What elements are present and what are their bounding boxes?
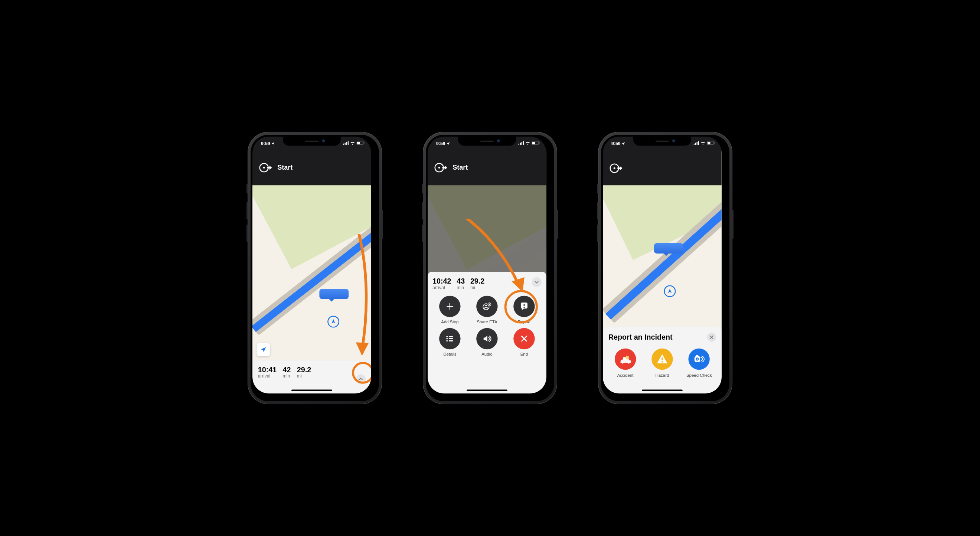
status-time-text: 9:59 bbox=[611, 141, 620, 146]
eta-arrival-label: arrival bbox=[258, 374, 277, 379]
current-location-puck bbox=[664, 285, 676, 297]
svg-rect-6 bbox=[364, 143, 364, 144]
home-indicator[interactable] bbox=[467, 390, 508, 391]
status-time-text: 9:59 bbox=[436, 141, 445, 146]
details-label: Details bbox=[443, 352, 456, 357]
svg-rect-1 bbox=[345, 143, 345, 145]
report-action[interactable]: Report bbox=[507, 296, 541, 324]
status-time: 9:59 bbox=[261, 141, 275, 146]
wifi-icon bbox=[700, 141, 705, 145]
expand-panel-button[interactable] bbox=[356, 374, 366, 384]
current-location-puck bbox=[328, 315, 340, 328]
hazard-label: Hazard bbox=[655, 373, 669, 377]
audio-action[interactable]: Audio bbox=[469, 328, 504, 357]
eta-arrival: 10:42 arrival bbox=[433, 277, 451, 290]
report-hazard[interactable]: Hazard bbox=[645, 348, 679, 378]
eta-duration-label: min bbox=[283, 374, 291, 379]
svg-point-24 bbox=[446, 336, 448, 337]
route-callout[interactable] bbox=[654, 243, 683, 253]
location-arrow-icon bbox=[622, 142, 625, 145]
report-panel-title: Report an Incident bbox=[608, 333, 673, 342]
eta-distance-label: mi bbox=[297, 374, 311, 379]
svg-rect-2 bbox=[346, 142, 347, 145]
svg-rect-11 bbox=[520, 143, 521, 145]
phone-frame-2: 9:59 Start 10:42 arrival 4 bbox=[423, 132, 557, 404]
svg-rect-15 bbox=[532, 142, 535, 145]
accident-icon bbox=[619, 352, 632, 366]
svg-rect-13 bbox=[523, 141, 524, 145]
route-callout[interactable] bbox=[320, 289, 349, 299]
svg-rect-22 bbox=[524, 304, 525, 306]
svg-rect-3 bbox=[348, 141, 348, 145]
battery-icon bbox=[532, 141, 540, 145]
eta-duration-value: 43 bbox=[457, 277, 465, 285]
speaker-icon bbox=[482, 334, 492, 344]
eta-distance-label: mi bbox=[470, 285, 484, 290]
eta-panel-expanded: 10:42 arrival 43 min 29.2 mi Ad bbox=[428, 272, 546, 393]
nav-direction-label: Start bbox=[278, 164, 293, 172]
eta-arrival-label: arrival bbox=[433, 285, 451, 290]
list-icon bbox=[445, 334, 454, 343]
battery-icon bbox=[357, 141, 364, 145]
svg-rect-27 bbox=[449, 338, 453, 339]
svg-rect-31 bbox=[695, 143, 696, 145]
svg-rect-0 bbox=[344, 144, 344, 145]
svg-rect-30 bbox=[694, 144, 694, 145]
share-eta-label: Share ETA bbox=[477, 320, 497, 324]
svg-rect-42 bbox=[662, 357, 663, 360]
svg-point-38 bbox=[614, 167, 616, 169]
end-action[interactable]: End bbox=[507, 328, 541, 357]
speed-check-icon bbox=[693, 353, 705, 365]
eta-duration-label: min bbox=[457, 285, 465, 290]
eta-panel-collapsed[interactable]: 10:41 arrival 42 min 29.2 mi bbox=[253, 360, 371, 393]
turn-direction-icon bbox=[609, 161, 622, 175]
share-eta-icon bbox=[482, 301, 492, 312]
eta-arrival: 10:41 arrival bbox=[258, 366, 277, 379]
svg-point-26 bbox=[446, 338, 448, 339]
chevron-up-icon bbox=[359, 377, 363, 382]
plus-icon bbox=[445, 302, 454, 311]
notch bbox=[458, 137, 516, 146]
status-indicators bbox=[344, 141, 364, 145]
hazard-icon bbox=[656, 353, 668, 365]
eta-arrival-value: 10:41 bbox=[258, 366, 277, 374]
details-action[interactable]: Details bbox=[433, 328, 467, 357]
svg-rect-33 bbox=[698, 141, 699, 145]
home-indicator[interactable] bbox=[291, 390, 332, 391]
close-panel-button[interactable] bbox=[707, 332, 716, 342]
share-eta-action[interactable]: Share ETA bbox=[469, 296, 504, 324]
end-label: End bbox=[520, 352, 528, 357]
report-speed-check[interactable]: Speed Check bbox=[682, 348, 716, 378]
eta-duration-value: 42 bbox=[283, 366, 291, 374]
eta-distance-value: 29.2 bbox=[470, 277, 484, 285]
turn-direction-icon bbox=[434, 161, 447, 175]
cellular-icon bbox=[344, 141, 349, 145]
eta-duration: 43 min bbox=[457, 277, 465, 290]
notch bbox=[633, 137, 691, 146]
notch bbox=[283, 137, 341, 146]
collapse-panel-button[interactable] bbox=[532, 277, 542, 287]
location-arrow-icon bbox=[271, 142, 275, 145]
report-incident-panel: Report an Incident Accident Hazard bbox=[603, 327, 722, 393]
home-indicator[interactable] bbox=[642, 390, 682, 391]
recenter-button[interactable] bbox=[257, 343, 270, 356]
report-bubble-icon bbox=[519, 301, 529, 312]
svg-rect-46 bbox=[696, 355, 698, 356]
svg-rect-12 bbox=[522, 142, 522, 145]
eta-distance-value: 29.2 bbox=[297, 366, 311, 374]
report-accident[interactable]: Accident bbox=[608, 348, 642, 378]
x-icon bbox=[520, 334, 528, 343]
report-label: Report bbox=[518, 320, 530, 324]
turn-direction-icon bbox=[259, 161, 272, 175]
accident-label: Accident bbox=[617, 373, 633, 377]
svg-rect-29 bbox=[449, 340, 453, 342]
speed-check-label: Speed Check bbox=[686, 373, 712, 377]
svg-rect-35 bbox=[708, 142, 710, 145]
eta-duration: 42 min bbox=[283, 366, 291, 379]
eta-distance: 29.2 mi bbox=[470, 277, 484, 290]
phone-frame-1: 9:59 Start 10 bbox=[248, 132, 382, 404]
location-arrow-icon bbox=[260, 346, 267, 353]
eta-distance: 29.2 mi bbox=[297, 366, 311, 379]
wifi-icon bbox=[525, 141, 530, 145]
add-stop-action[interactable]: Add Stop bbox=[433, 296, 467, 324]
